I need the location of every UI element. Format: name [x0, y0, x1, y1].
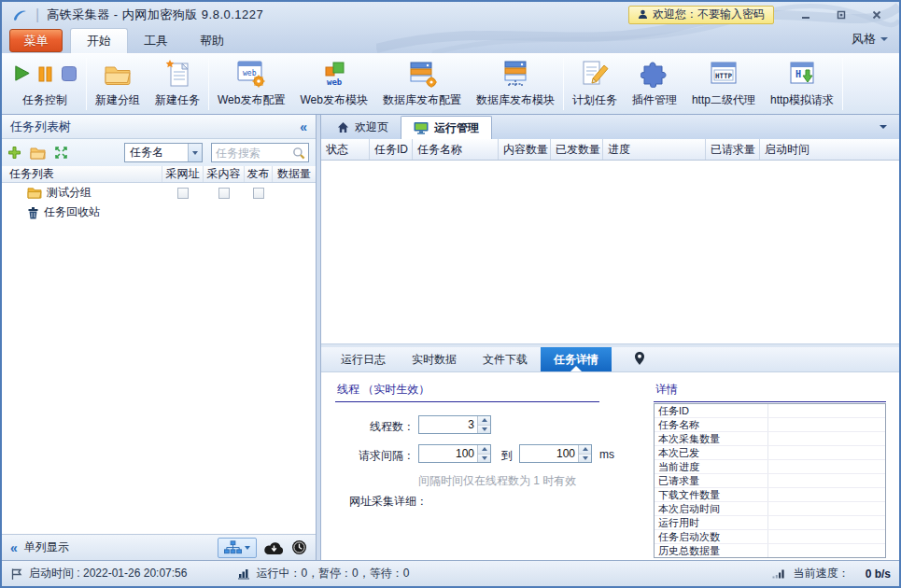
col-content-count[interactable]: 内容数量	[499, 139, 551, 160]
col-status[interactable]: 状态	[321, 139, 370, 160]
spin-down-button[interactable]	[478, 426, 490, 434]
spin-up-button[interactable]	[579, 445, 591, 455]
collapse-panel-icon[interactable]: «	[300, 120, 307, 133]
tab-file-download[interactable]: 文件下载	[470, 347, 541, 371]
interval-from-input[interactable]	[419, 445, 477, 462]
collect-content-checkbox[interactable]	[218, 188, 230, 199]
ribbon-tab-start[interactable]: 开始	[70, 28, 128, 53]
tree-col-task-list[interactable]: 任务列表	[2, 166, 162, 182]
puzzle-icon	[641, 57, 669, 91]
ribbon-tab-help[interactable]: 帮助	[184, 28, 240, 53]
thread-count-spinner	[418, 415, 491, 434]
titlebar: | 高铁采集器 - 内网加密狗版 9.8.0.1227 欢迎您：不要输入密码	[2, 2, 899, 27]
tree-col-collect-url[interactable]: 采网址	[162, 166, 204, 182]
collapse-left-icon[interactable]: «	[10, 541, 18, 554]
detail-row: 历史总数据量	[655, 544, 885, 558]
tree-row-test-group[interactable]: 测试分组	[2, 183, 316, 203]
interval-label: 请求间隔：	[329, 448, 415, 464]
spin-down-button[interactable]	[478, 455, 490, 463]
spin-up-button[interactable]	[478, 445, 490, 455]
detail-value	[768, 488, 885, 501]
stop-task-button[interactable]	[60, 64, 78, 83]
title-divider: |	[35, 7, 39, 23]
cloud-download-icon[interactable]	[263, 540, 285, 555]
close-button[interactable]	[869, 8, 884, 21]
tree-col-collect-content[interactable]: 采内容	[204, 166, 245, 182]
col-published-count[interactable]: 已发数量	[551, 139, 603, 160]
restore-button[interactable]	[834, 8, 849, 21]
scheduled-task-button[interactable]: 计划任务	[565, 55, 625, 113]
tree-view-mode-button[interactable]	[218, 538, 257, 558]
tab-label: 运行管理	[434, 120, 479, 136]
svg-text:HTTP: HTTP	[715, 72, 733, 80]
task-grid-body	[321, 161, 899, 343]
task-search-box	[211, 143, 309, 162]
dropdown-button[interactable]	[188, 144, 202, 161]
database-config-icon	[406, 57, 438, 91]
ribbon-tab-tools[interactable]: 工具	[128, 28, 184, 53]
start-task-button[interactable]	[12, 63, 32, 83]
col-task-id[interactable]: 任务ID	[370, 139, 413, 160]
thread-section-title: 线程 （实时生效）	[335, 382, 599, 402]
col-progress[interactable]: 进度	[603, 139, 706, 160]
col-start-time[interactable]: 启动时间	[760, 139, 899, 160]
menu-button[interactable]: 菜单	[9, 29, 63, 52]
thread-count-input[interactable]	[419, 416, 477, 433]
db-publish-module-button[interactable]: 数据库发布模块	[469, 55, 562, 113]
tab-task-detail[interactable]: 任务详情	[541, 347, 612, 371]
tab-overflow-icon[interactable]	[880, 125, 887, 129]
plugin-manager-button[interactable]: 插件管理	[625, 55, 684, 113]
tree-col-publish[interactable]: 发布	[245, 166, 273, 182]
single-column-label[interactable]: 单列显示	[24, 539, 69, 555]
http-simulate-button[interactable]: H http模拟请求	[763, 55, 841, 113]
web-publish-config-button[interactable]: web Web发布配置	[210, 55, 292, 113]
publish-checkbox[interactable]	[253, 188, 264, 199]
folder-small-icon[interactable]	[30, 147, 46, 160]
ribbon-separator	[842, 58, 843, 110]
detail-row: 本次启动时间	[655, 502, 885, 516]
task-grid-header: 状态 任务ID 任务名称 内容数量 已发数量 进度 已请求量 启动时间	[321, 139, 899, 161]
style-dropdown[interactable]: 风格	[852, 31, 892, 53]
spin-up-button[interactable]	[478, 416, 490, 426]
pause-task-button[interactable]	[37, 64, 54, 83]
detail-value	[768, 502, 885, 515]
run-status-group: 运行中：0，暂停：0，等待：0	[237, 566, 409, 581]
filter-type-dropdown[interactable]: 任务名	[124, 143, 203, 162]
view-tabbar: 欢迎页 运行管理	[321, 115, 899, 139]
col-request-count[interactable]: 已请求量	[706, 139, 760, 160]
task-control-group: 任务控制	[5, 55, 85, 113]
task-search-input[interactable]	[212, 147, 292, 160]
task-detail-panel: 线程 （实时生效） 线程数： 请求间隔： 到 ms 间隔时间仅在线程数为	[321, 372, 899, 560]
bar-chart-icon	[237, 567, 250, 580]
tab-realtime-data[interactable]: 实时数据	[399, 347, 470, 371]
new-task-button[interactable]: 新建任务	[148, 55, 207, 113]
web-publish-module-button[interactable]: web Web发布模块	[292, 55, 374, 113]
spin-down-button[interactable]	[579, 455, 591, 463]
signal-bars-icon	[772, 568, 787, 579]
http-proxy-button[interactable]: HTTP http二级代理	[684, 55, 763, 113]
minimize-button[interactable]	[798, 8, 813, 21]
interval-to-input[interactable]	[520, 445, 578, 462]
web-module-icon: web	[319, 57, 349, 91]
tree-row-recycle-bin[interactable]: 任务回收站	[2, 203, 316, 222]
expand-all-icon[interactable]	[54, 146, 68, 160]
clock-icon[interactable]	[291, 539, 307, 555]
tab-run-log[interactable]: 运行日志	[328, 347, 399, 371]
pin-icon[interactable]	[634, 347, 645, 371]
search-icon[interactable]	[292, 147, 308, 160]
tab-run-management[interactable]: 运行管理	[401, 116, 492, 139]
new-group-button[interactable]: 新建分组	[88, 55, 148, 113]
speed-value: 0 b/s	[866, 567, 891, 581]
detail-list: 任务ID 任务名称 本次采集数量 本次已发 当前进度 已请求量 下载文件数量 本…	[654, 403, 886, 558]
main-panel: 欢迎页 运行管理 状态 任务ID 任务名称 内容数量 已发数量 进度 已请求量 …	[320, 115, 899, 560]
tree-col-data-count[interactable]: 数据量	[273, 166, 316, 182]
add-icon[interactable]	[7, 146, 21, 160]
detail-row: 运行用时	[655, 516, 885, 530]
database-module-icon	[500, 57, 531, 91]
user-icon	[638, 9, 648, 20]
tab-welcome[interactable]: 欢迎页	[325, 116, 401, 139]
collect-url-checkbox[interactable]	[177, 188, 189, 199]
db-publish-config-button[interactable]: 数据库发布配置	[375, 55, 469, 113]
ribbon-separator	[86, 58, 87, 110]
col-task-name[interactable]: 任务名称	[413, 139, 499, 160]
